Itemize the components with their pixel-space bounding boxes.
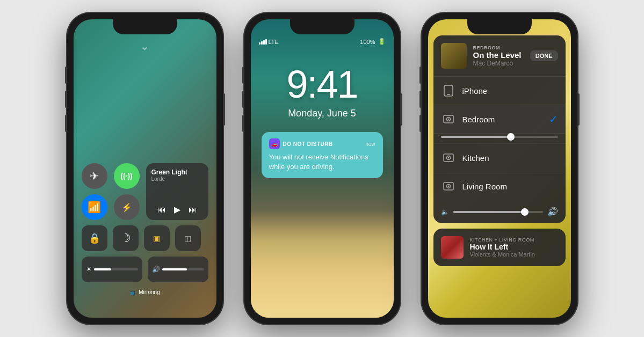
airplay-mirroring-button[interactable]: 📺 Mirroring (82, 282, 208, 302)
notch (113, 19, 177, 34)
master-volume-slider[interactable]: 🔈 🔊 (433, 200, 566, 223)
bluetooth-icon: ⚡ (121, 202, 132, 213)
timer-icon: ◫ (184, 234, 191, 243)
dnd-message: You will not receive Notifications while… (269, 152, 375, 172)
volume-icon: 🔊 (152, 266, 160, 273)
night-shift-icon: ▣ (153, 234, 160, 243)
second-track-info: KITCHEN + LIVING ROOM How It Left Violen… (470, 237, 558, 258)
bedroom-check-icon: ✓ (549, 113, 558, 126)
bedroom-volume-slider[interactable] (433, 134, 566, 144)
bedroom-device-icon (441, 112, 456, 127)
brightness-slider[interactable]: ☀ (82, 257, 142, 282)
airplay-mirroring-icon: 📺 (129, 289, 136, 295)
volume-up-button (65, 91, 67, 108)
album-art (441, 43, 467, 69)
cellular-data-button[interactable]: ((·)) (114, 163, 140, 189)
device-item-living-room[interactable]: Living Room (433, 172, 566, 200)
cc-connectivity-grid: ✈ ((·)) 📶 ⚡ (82, 163, 141, 220)
mute-switch-3 (419, 67, 422, 84)
extra-button[interactable]: ◫ (175, 225, 201, 251)
iphone-3: BEDROOM On the Level Mac DeMarco DONE (422, 13, 577, 324)
kitchen-device-name: Kitchen (462, 153, 558, 163)
track-artist: Mac DeMarco (473, 60, 524, 67)
night-shift-button[interactable]: ▣ (144, 225, 170, 251)
music-controls: ⏮ ▶ ⏭ (151, 204, 203, 215)
now-playing-row: BEDROOM On the Level Mac DeMarco DONE (433, 35, 566, 77)
track-title: On the Level (473, 50, 524, 60)
cc-top-row: ✈ ((·)) 📶 ⚡ Green Light (82, 163, 208, 220)
phone1-screen: ⌄ ✈ ((·)) 📶 ⚡ (74, 19, 216, 318)
living-room-device-icon (441, 179, 456, 194)
mute-switch (65, 67, 67, 84)
done-button[interactable]: DONE (530, 50, 558, 61)
power-button-2 (400, 93, 402, 126)
iphone-1: ⌄ ✈ ((·)) 📶 ⚡ (67, 13, 223, 324)
svg-point-7 (447, 157, 448, 158)
notch-2 (290, 19, 354, 34)
carrier-label: LTE (269, 39, 279, 45)
cellular-icon: ((·)) (120, 172, 133, 180)
bedroom-device-name: Bedroom (462, 115, 542, 124)
swipe-down-indicator: ⌄ (140, 40, 149, 53)
iphone-device-name: iPhone (462, 86, 552, 96)
second-music-card: KITCHEN + LIVING ROOM How It Left Violen… (433, 229, 566, 266)
device-item-iphone[interactable]: iPhone (433, 77, 566, 105)
wifi-icon: 📶 (88, 201, 101, 214)
volume-down-button-2 (242, 115, 244, 132)
svg-point-4 (447, 119, 448, 120)
play-pause-button[interactable]: ▶ (174, 204, 180, 215)
cc-last-row: ☀ 🔊 (82, 257, 208, 282)
dnd-title-row: 🚗 DO NOT DISTURB (269, 138, 333, 149)
dnd-title: DO NOT DISTURB (283, 141, 333, 147)
music-artist: Lorde (151, 176, 203, 182)
status-left: LTE (259, 39, 279, 45)
vol-max-icon: 🔊 (547, 207, 558, 217)
device-item-bedroom[interactable]: Bedroom ✓ (433, 105, 566, 134)
second-track-title: How It Left (470, 243, 558, 251)
airplane-icon: ✈ (90, 170, 99, 182)
phone2-screen: LTE 100% 🔋 9:41 Monday, June 5 🚗 DO NOT … (251, 19, 394, 318)
iphone-2: LTE 100% 🔋 9:41 Monday, June 5 🚗 DO NOT … (244, 13, 400, 324)
bluetooth-button[interactable]: ⚡ (114, 194, 140, 220)
wifi-button[interactable]: 📶 (82, 194, 107, 220)
status-bar: LTE 100% 🔋 (259, 38, 386, 45)
iphone-device-icon (441, 83, 456, 98)
airplay-mirroring-label: Mirroring (139, 289, 160, 295)
volume-down-button (65, 115, 67, 132)
svg-point-10 (447, 186, 448, 187)
airplane-mode-button[interactable]: ✈ (82, 163, 107, 189)
dnd-notification: 🚗 DO NOT DISTURB now You will not receiv… (262, 132, 383, 178)
airplay-content: BEDROOM On the Level Mac DeMarco DONE (433, 35, 566, 266)
lock-screen-time: 9:41 (251, 62, 394, 106)
prev-track-button[interactable]: ⏮ (157, 205, 166, 215)
screen-lock-button[interactable]: 🔒 (82, 225, 107, 251)
lock-screen-date: Monday, June 5 (251, 108, 394, 119)
do-not-disturb-button[interactable]: ☽ (113, 225, 139, 251)
kitchen-device-icon (441, 150, 456, 165)
phone2-waves (251, 210, 394, 318)
airplay-device-list: iPhone Bedroom ✓ (433, 77, 566, 223)
power-button-3 (577, 93, 580, 126)
control-center: ✈ ((·)) 📶 ⚡ Green Light (82, 163, 208, 302)
mute-switch-2 (242, 67, 244, 84)
music-title: Green Light (151, 169, 203, 176)
signal-bars (259, 39, 267, 45)
living-room-device-name: Living Room (462, 182, 558, 191)
second-track-artist: Violents & Monica Martin (470, 251, 558, 258)
dnd-time: now (365, 141, 375, 147)
svg-rect-1 (447, 94, 450, 96)
music-info: Green Light Lorde (151, 169, 203, 182)
battery-icon: 🔋 (378, 38, 386, 45)
volume-up-button-3 (419, 91, 422, 108)
status-right: 100% 🔋 (360, 38, 385, 45)
airplay-card: BEDROOM On the Level Mac DeMarco DONE (433, 35, 566, 223)
now-playing-info: BEDROOM On the Level Mac DeMarco (473, 45, 524, 67)
volume-slider[interactable]: 🔊 (148, 257, 208, 282)
brightness-icon: ☀ (86, 266, 92, 273)
device-item-kitchen[interactable]: Kitchen (433, 144, 566, 172)
dnd-icon: 🚗 (269, 138, 280, 149)
next-track-button[interactable]: ⏭ (189, 205, 197, 215)
vol-min-icon: 🔈 (441, 208, 449, 216)
volume-up-button-2 (242, 91, 244, 108)
lock-rotation-icon: 🔒 (89, 232, 100, 244)
